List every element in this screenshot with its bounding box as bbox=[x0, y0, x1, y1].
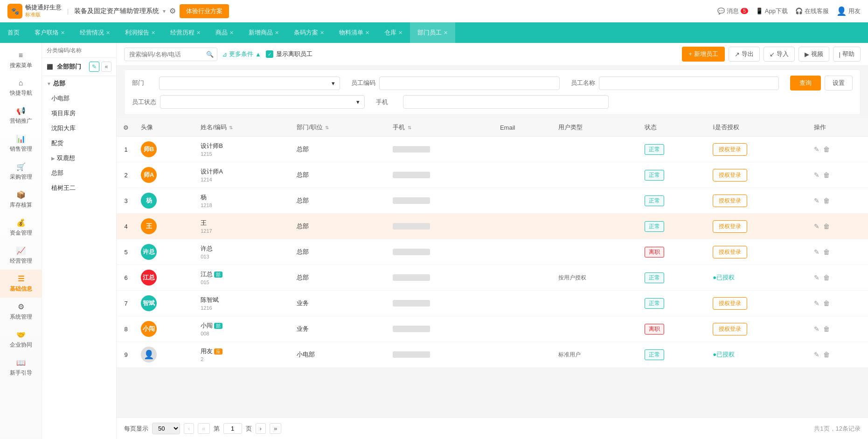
nav-tab-barcode[interactable]: 条码方案 ✕ bbox=[286, 22, 332, 43]
nav-tab-bom-close[interactable]: ✕ bbox=[365, 30, 369, 36]
nav-tab-employee[interactable]: 部门员工 ✕ bbox=[410, 22, 455, 43]
nav-tab-operations[interactable]: 经营情况 ✕ bbox=[72, 22, 118, 43]
gear-icon[interactable]: ⚙ bbox=[123, 124, 129, 131]
nav-item-guide[interactable]: 📖 新手引导 bbox=[0, 354, 42, 382]
nav-tab-goods[interactable]: 商品 ✕ bbox=[208, 22, 241, 43]
nav-item-finance[interactable]: 💰 资金管理 bbox=[0, 214, 42, 242]
search-icon[interactable]: 🔍 bbox=[206, 51, 214, 58]
nav-item-system[interactable]: ⚙ 系统管理 bbox=[0, 298, 42, 326]
edit-icon[interactable]: ✎ bbox=[814, 274, 819, 281]
dept-collapse-btn[interactable]: « bbox=[101, 62, 111, 72]
nav-item-inventory[interactable]: 📦 库存核算 bbox=[0, 186, 42, 214]
query-btn[interactable]: 查询 bbox=[790, 76, 821, 91]
nav-tab-profit[interactable]: 利润报告 ✕ bbox=[118, 22, 163, 43]
nav-tab-operations-close[interactable]: ✕ bbox=[106, 30, 110, 36]
try-button[interactable]: 体验行业方案 bbox=[180, 4, 229, 18]
tree-item-xiaodian[interactable]: 小电部 bbox=[42, 91, 116, 106]
dept-search-input[interactable] bbox=[47, 47, 117, 54]
nav-item-search[interactable]: ≡ 搜索菜单 bbox=[0, 47, 42, 74]
tree-item-peihuo[interactable]: 配货 bbox=[42, 136, 116, 151]
add-employee-btn[interactable]: + 新增员工 bbox=[682, 47, 724, 62]
view-btn[interactable]: ▶ 视频 bbox=[799, 47, 829, 62]
auth-login-btn[interactable]: 授权登录 bbox=[713, 220, 747, 233]
prev-page-btn[interactable]: ‹ bbox=[184, 423, 194, 434]
tree-item-zhishu[interactable]: 植树王二 bbox=[42, 181, 116, 195]
delete-icon[interactable]: 🗑 bbox=[823, 171, 830, 179]
system-title-arrow[interactable]: ▾ bbox=[163, 8, 166, 14]
auth-login-btn[interactable]: 授权登录 bbox=[713, 169, 747, 181]
page-input[interactable] bbox=[223, 423, 242, 434]
nav-tab-customer[interactable]: 客户联络 ✕ bbox=[27, 22, 72, 43]
edit-icon[interactable]: ✎ bbox=[814, 146, 819, 153]
filter-more-btn[interactable]: ⊿ 更多条件 ▲ bbox=[222, 50, 261, 58]
auth-login-btn[interactable]: 授权登录 bbox=[713, 246, 747, 258]
nav-tab-goods-close[interactable]: ✕ bbox=[229, 30, 234, 36]
edit-icon[interactable]: ✎ bbox=[814, 171, 819, 179]
nav-tab-customer-close[interactable]: ✕ bbox=[61, 30, 65, 36]
nav-item-basic[interactable]: ☰ 基础信息 bbox=[0, 270, 42, 298]
nav-tab-employee-close[interactable]: ✕ bbox=[444, 30, 448, 36]
export-btn[interactable]: ↗ 导出 bbox=[729, 47, 760, 62]
tree-item-zb[interactable]: 总部 bbox=[42, 166, 116, 181]
message-btn[interactable]: 💬 消息 5 bbox=[717, 7, 748, 15]
nav-item-collab[interactable]: 🤝 企业协同 bbox=[0, 326, 42, 354]
nav-tab-history-close[interactable]: ✕ bbox=[196, 30, 201, 36]
tree-item-xiangmu[interactable]: 项目库房 bbox=[42, 106, 116, 121]
nav-item-business[interactable]: 📈 经营管理 bbox=[0, 242, 42, 270]
edit-icon[interactable]: ✎ bbox=[814, 197, 819, 204]
nav-tab-profit-close[interactable]: ✕ bbox=[151, 30, 155, 36]
nav-item-purchase[interactable]: 🛒 采购管理 bbox=[0, 158, 42, 186]
nav-item-shortcut[interactable]: ⌂ 快捷导航 bbox=[0, 74, 42, 102]
filter-dept-select[interactable]: ▾ bbox=[159, 77, 340, 90]
reset-btn[interactable]: 设置 bbox=[825, 76, 853, 91]
nav-tab-bom[interactable]: 物料清单 ✕ bbox=[332, 22, 377, 43]
filter-code-input[interactable] bbox=[379, 77, 559, 90]
tree-item-zongbu-group[interactable]: ▼ 总部 bbox=[42, 76, 116, 91]
sort-dept-icon[interactable]: ⇅ bbox=[325, 125, 329, 130]
edit-icon[interactable]: ✎ bbox=[814, 223, 819, 230]
nav-tab-addgoods-close[interactable]: ✕ bbox=[275, 30, 279, 36]
help-btn[interactable]: | 帮助 bbox=[833, 47, 861, 62]
auth-login-btn[interactable]: 授权登录 bbox=[713, 143, 747, 156]
online-service-btn[interactable]: 🎧 在线客服 bbox=[795, 7, 829, 15]
delete-icon[interactable]: 🗑 bbox=[823, 274, 830, 281]
user-btn[interactable]: 👤 用友 bbox=[836, 6, 861, 16]
search-input[interactable] bbox=[124, 48, 217, 61]
nav-tab-home[interactable]: 首页 bbox=[0, 22, 27, 43]
filter-phone-input[interactable] bbox=[403, 95, 609, 109]
delete-icon[interactable]: 🗑 bbox=[823, 248, 830, 256]
filter-name-input[interactable] bbox=[599, 77, 779, 90]
auth-login-btn[interactable]: 授权登录 bbox=[713, 195, 747, 207]
delete-icon[interactable]: 🗑 bbox=[823, 300, 830, 307]
edit-icon[interactable]: ✎ bbox=[814, 248, 819, 256]
tree-item-shenyang[interactable]: 沈阳大库 bbox=[42, 121, 116, 136]
sort-phone-icon[interactable]: ⇅ bbox=[408, 125, 411, 130]
nav-tab-warehouse-close[interactable]: ✕ bbox=[398, 30, 403, 36]
nav-item-marketing[interactable]: 📢 营销推广 bbox=[0, 102, 42, 130]
nav-tab-addgoods[interactable]: 新增商品 ✕ bbox=[241, 22, 286, 43]
auth-login-btn[interactable]: 授权登录 bbox=[713, 297, 747, 310]
next-page-btn[interactable]: › bbox=[256, 423, 266, 434]
edit-icon[interactable]: ✎ bbox=[814, 325, 819, 333]
delete-icon[interactable]: 🗑 bbox=[823, 223, 830, 230]
nav-item-sales[interactable]: 📊 销售管理 bbox=[0, 130, 42, 158]
delete-icon[interactable]: 🗑 bbox=[823, 351, 830, 358]
app-download-btn[interactable]: 📱 App下载 bbox=[756, 7, 788, 15]
delete-icon[interactable]: 🗑 bbox=[823, 197, 830, 204]
delete-icon[interactable]: 🗑 bbox=[823, 146, 830, 153]
first-page-btn[interactable]: « bbox=[198, 423, 209, 434]
import-btn[interactable]: ↙ 导入 bbox=[764, 47, 795, 62]
settings-icon[interactable]: ⚙ bbox=[169, 7, 176, 15]
nav-tab-barcode-close[interactable]: ✕ bbox=[320, 30, 324, 36]
filter-status-select[interactable]: ▾ bbox=[160, 95, 365, 109]
sort-name-icon[interactable]: ⇅ bbox=[229, 125, 233, 130]
tree-item-shuanglu[interactable]: ▶ 双鹿想 bbox=[42, 151, 116, 166]
edit-icon[interactable]: ✎ bbox=[814, 300, 819, 307]
last-page-btn[interactable]: » bbox=[270, 423, 281, 434]
delete-icon[interactable]: 🗑 bbox=[823, 325, 830, 333]
nav-tab-warehouse[interactable]: 仓库 ✕ bbox=[377, 22, 410, 43]
dept-edit-btn[interactable]: ✎ bbox=[89, 62, 99, 72]
show-resigned-checkbox[interactable]: ✓ bbox=[266, 50, 273, 58]
nav-tab-history[interactable]: 经营历程 ✕ bbox=[163, 22, 208, 43]
per-page-select[interactable]: 50 20 100 bbox=[152, 423, 180, 434]
